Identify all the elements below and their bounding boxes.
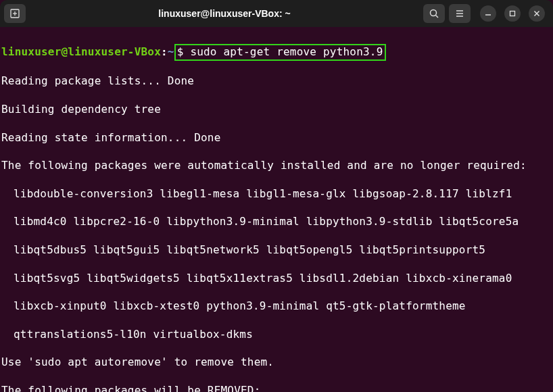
close-icon — [533, 10, 540, 17]
output-line: libdouble-conversion3 libegl1-mesa libgl… — [1, 187, 552, 201]
prompt-line-1: linuxuser@linuxuser-VBox:~$ sudo apt-get… — [1, 44, 552, 61]
menu-button[interactable] — [449, 4, 471, 23]
plus-icon — [9, 8, 20, 19]
prompt-path: ~ — [168, 45, 174, 58]
output-line: Building dependency tree — [1, 103, 552, 117]
command-highlight: $ sudo apt-get remove python3.9 — [174, 44, 386, 61]
output-line: libqt5dbus5 libqt5gui5 libqt5network5 li… — [1, 243, 552, 258]
output-line: libmd4c0 libpcre2-16-0 libpython3.9-mini… — [1, 215, 552, 229]
output-line: Reading package lists... Done — [1, 74, 552, 89]
output-line: Reading state information... Done — [1, 131, 552, 145]
window-title: linuxuser@linuxuser-VBox: ~ — [30, 8, 419, 19]
prompt-colon: : — [161, 45, 168, 58]
svg-rect-9 — [510, 11, 515, 16]
search-icon — [429, 8, 439, 19]
minimize-icon — [485, 10, 491, 17]
svg-point-3 — [431, 10, 437, 16]
terminal-body[interactable]: linuxuser@linuxuser-VBox:~$ sudo apt-get… — [0, 27, 553, 392]
maximize-button[interactable] — [504, 5, 521, 22]
window-titlebar: linuxuser@linuxuser-VBox: ~ — [0, 0, 553, 27]
output-line: The following packages will be REMOVED: — [1, 384, 552, 392]
window-controls — [480, 5, 545, 22]
output-line: libxcb-xinput0 libxcb-xtest0 python3.9-m… — [1, 299, 552, 314]
output-line: Use 'sudo apt autoremove' to remove them… — [1, 356, 552, 370]
maximize-icon — [509, 10, 516, 17]
prompt-symbol: $ — [177, 45, 184, 58]
minimize-button[interactable] — [480, 5, 496, 22]
new-tab-button[interactable] — [4, 4, 26, 23]
hamburger-icon — [454, 8, 465, 19]
output-line: The following packages were automaticall… — [1, 159, 552, 173]
prompt-user-host: linuxuser@linuxuser-VBox — [1, 45, 161, 58]
svg-line-4 — [436, 16, 439, 18]
output-line: libqt5svg5 libqt5widgets5 libqt5x11extra… — [1, 272, 552, 286]
output-line: qttranslations5-l10n virtualbox-dkms — [1, 328, 552, 342]
command-text: sudo apt-get remove python3.9 — [190, 45, 383, 58]
close-button[interactable] — [529, 5, 545, 22]
search-button[interactable] — [423, 4, 445, 23]
